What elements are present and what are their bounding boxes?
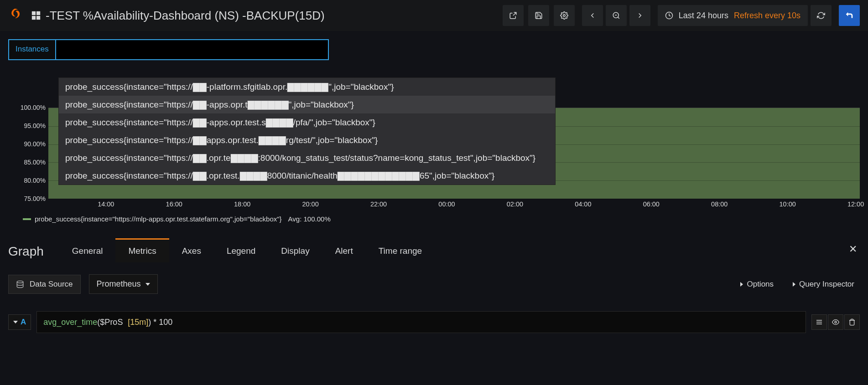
query-var: $ProS xyxy=(100,318,123,327)
variable-dropdown: probe_success{instance="https://▇▇-platf… xyxy=(58,77,556,185)
query-toggle-visibility-button[interactable] xyxy=(828,314,843,330)
dashboard-grid-icon xyxy=(31,10,41,21)
svg-rect-0 xyxy=(32,11,36,15)
return-arrow-icon xyxy=(844,10,854,21)
y-tick: 85.00% xyxy=(24,159,46,166)
variable-option[interactable]: probe_success{instance="https://▇▇apps.o… xyxy=(59,131,555,149)
top-bar: -TEST %Availability-Dashboard (NS) -BACK… xyxy=(0,0,868,31)
dashboard-title: -TEST %Availability-Dashboard (NS) -BACK… xyxy=(46,9,325,23)
svg-rect-3 xyxy=(36,16,40,20)
variable-option[interactable]: probe_success{instance="https://▇▇-apps.… xyxy=(59,96,555,113)
close-editor-button[interactable]: ✕ xyxy=(849,243,857,255)
trash-icon xyxy=(848,318,856,326)
query-letter: A xyxy=(21,318,26,327)
x-tick: 20:00 xyxy=(302,200,318,208)
datasource-label-badge: Data Source xyxy=(8,275,81,294)
y-tick: 95.00% xyxy=(24,122,46,129)
svg-rect-2 xyxy=(32,16,36,20)
zoom-out-button[interactable] xyxy=(606,5,627,26)
query-row-toggle[interactable]: A xyxy=(8,314,31,330)
x-tick: 06:00 xyxy=(643,200,660,208)
time-range-label: Last 24 hours xyxy=(679,11,728,21)
time-forward-button[interactable] xyxy=(629,5,650,26)
query-expression-input[interactable]: avg_over_time($ProS [15m]) * 100 xyxy=(36,311,806,333)
x-tick: 18:00 xyxy=(234,200,250,208)
svg-point-7 xyxy=(17,281,23,283)
y-tick: 75.00% xyxy=(24,195,46,202)
variable-option[interactable]: probe_success{instance="https://▇▇-platf… xyxy=(59,78,555,96)
tab-general[interactable]: General xyxy=(59,240,116,262)
legend-avg-value: Avg: 100.00% xyxy=(288,215,331,223)
tab-display[interactable]: Display xyxy=(268,240,322,262)
y-axis: 100.00% 95.00% 90.00% 85.00% 80.00% 75.0… xyxy=(8,108,48,199)
svg-point-4 xyxy=(563,15,566,17)
x-axis: 14:00 16:00 18:00 20:00 22:00 00:00 02:0… xyxy=(48,200,860,210)
y-tick: 80.00% xyxy=(24,177,46,184)
x-tick: 12:00 xyxy=(847,200,864,208)
back-to-dashboard-button[interactable] xyxy=(839,5,860,26)
share-icon xyxy=(509,11,517,20)
variable-option[interactable]: probe_success{instance="https://▇▇.opr.t… xyxy=(59,167,555,185)
menu-icon xyxy=(816,318,823,326)
tab-metrics[interactable]: Metrics xyxy=(115,238,169,262)
tab-time-range[interactable]: Time range xyxy=(366,240,435,262)
query-suffix: ) * 100 xyxy=(148,318,172,327)
legend-swatch xyxy=(23,218,31,220)
save-button[interactable] xyxy=(528,5,549,26)
options-label: Options xyxy=(747,280,774,289)
query-fn: avg_over_time xyxy=(43,318,97,327)
query-options-toggle[interactable]: Options xyxy=(735,276,779,293)
query-row: A avg_over_time($ProS [15m]) * 100 xyxy=(8,311,860,333)
chart-legend: probe_success{instance="https://mlp-apps… xyxy=(23,215,331,223)
svg-rect-1 xyxy=(36,11,40,15)
legend-series-name[interactable]: probe_success{instance="https://mlp-apps… xyxy=(35,215,282,223)
datasource-row: Data Source Prometheus Options Query Ins… xyxy=(8,274,860,294)
refresh-button[interactable] xyxy=(811,5,832,26)
template-variable-row: Instances xyxy=(0,31,868,68)
query-inspector-button[interactable]: Query Inspector xyxy=(787,276,860,293)
tab-alert[interactable]: Alert xyxy=(322,240,366,262)
chevron-left-icon xyxy=(588,11,597,20)
query-action-icons xyxy=(811,314,860,330)
time-back-button[interactable] xyxy=(582,5,603,26)
caret-right-icon xyxy=(740,282,743,287)
variable-value-input[interactable] xyxy=(55,39,329,60)
query-delete-button[interactable] xyxy=(844,314,860,330)
y-tick: 100.00% xyxy=(21,104,46,111)
x-tick: 22:00 xyxy=(370,200,387,208)
refresh-icon xyxy=(817,11,825,20)
zoom-out-icon xyxy=(612,11,620,20)
datasource-select[interactable]: Prometheus xyxy=(89,274,158,294)
database-icon xyxy=(16,280,24,288)
query-range: [15m] xyxy=(128,318,148,327)
variable-label: Instances xyxy=(8,39,55,60)
y-tick: 90.00% xyxy=(24,140,46,148)
x-tick: 16:00 xyxy=(166,200,182,208)
chevron-right-icon xyxy=(636,11,644,20)
panel-editor-tabs: Graph General Metrics Axes Legend Displa… xyxy=(0,237,868,262)
tab-axes[interactable]: Axes xyxy=(169,240,214,262)
grafana-logo-icon[interactable] xyxy=(8,8,22,23)
dashboard-picker-button[interactable]: -TEST %Availability-Dashboard (NS) -BACK… xyxy=(26,6,329,26)
time-range-picker[interactable]: Last 24 hours Refresh every 10s xyxy=(658,5,808,26)
datasource-label-text: Data Source xyxy=(30,280,73,289)
variable-option[interactable]: probe_success{instance="https://▇▇-apps.… xyxy=(59,113,555,131)
share-button[interactable] xyxy=(503,5,524,26)
x-tick: 02:00 xyxy=(507,200,523,208)
caret-down-icon xyxy=(146,283,150,286)
caret-right-icon xyxy=(793,282,795,287)
variable-option[interactable]: probe_success{instance="https://▇▇.opr.t… xyxy=(59,149,555,167)
settings-button[interactable] xyxy=(554,5,575,26)
save-icon xyxy=(535,11,543,20)
query-menu-button[interactable] xyxy=(811,314,827,330)
inspector-label: Query Inspector xyxy=(799,280,854,289)
svg-point-8 xyxy=(835,321,837,323)
x-tick: 10:00 xyxy=(780,200,796,208)
x-tick: 00:00 xyxy=(438,200,455,208)
x-tick: 04:00 xyxy=(575,200,591,208)
eye-icon xyxy=(832,318,839,326)
tab-legend[interactable]: Legend xyxy=(214,240,268,262)
clock-icon xyxy=(665,11,673,20)
gear-icon xyxy=(560,11,568,20)
panel-type-label: Graph xyxy=(8,244,44,262)
